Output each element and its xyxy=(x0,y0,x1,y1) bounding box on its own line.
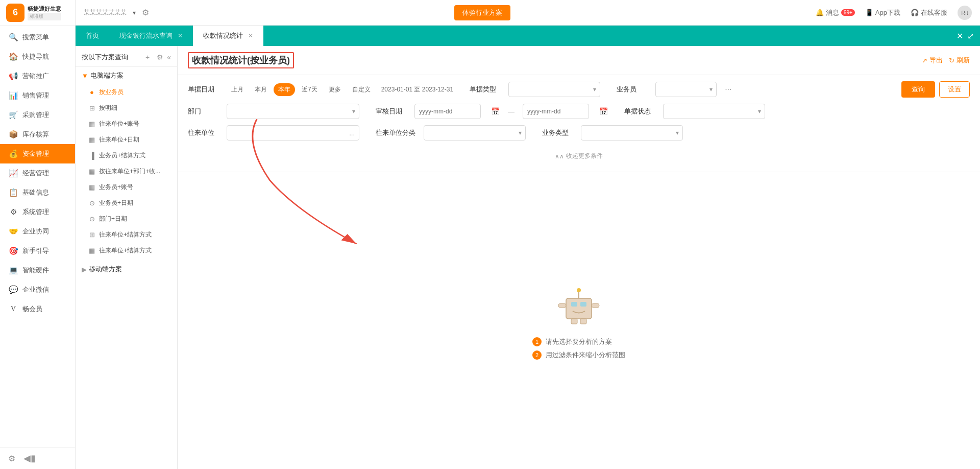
svg-rect-8 xyxy=(580,319,586,324)
sidebar-item-label: 经营管理 xyxy=(22,169,49,178)
sidebar-item-operation[interactable]: 📈 经营管理 xyxy=(0,163,75,183)
refresh-button[interactable]: ↻ 刷新 xyxy=(949,56,970,65)
menu-item-by-staff[interactable]: ● 按业务员 xyxy=(76,84,177,100)
by-staff-icon: ● xyxy=(88,88,96,96)
topbar-gear-icon[interactable]: ⚙ xyxy=(142,8,149,17)
sidebar-item-hardware[interactable]: 💻 智能硬件 xyxy=(0,261,75,280)
sidebar-item-inventory[interactable]: 📦 库存核算 xyxy=(0,125,75,144)
calendar-icon-1[interactable]: 📅 xyxy=(491,107,500,115)
menu-item-unit-settlement1[interactable]: ⊞ 往来单位+结算方式 xyxy=(76,227,177,243)
collapse-more-button[interactable]: ∧∧ 收起更多条件 xyxy=(188,147,970,166)
refresh-icon: ↻ xyxy=(949,57,954,64)
svg-rect-0 xyxy=(566,298,592,319)
review-date-from-input[interactable] xyxy=(414,104,481,119)
sidebar-item-label: 智能硬件 xyxy=(22,266,49,275)
online-support-label: 在线客服 xyxy=(921,8,947,17)
section-pc[interactable]: ▼ 电脑端方案 xyxy=(76,67,177,84)
topbar-left: 某某某某某某某 ▾ ⚙ xyxy=(84,8,149,17)
tab-bank[interactable]: 现金银行流水查询 ✕ xyxy=(109,26,193,46)
section-mobile-label: 移动端方案 xyxy=(89,265,122,274)
section-mobile[interactable]: ▶ 移动端方案 xyxy=(76,261,177,278)
mobile-section-arrow: ▶ xyxy=(82,266,87,273)
sidebar-item-guide[interactable]: 🎯 新手引导 xyxy=(0,241,75,261)
tab-bank-close[interactable]: ✕ xyxy=(178,32,183,39)
preset-this-year[interactable]: 本年 xyxy=(274,83,295,96)
tab-home[interactable]: 首页 xyxy=(76,26,109,46)
sidebar-item-search[interactable]: 🔍 搜索菜单 xyxy=(0,28,75,47)
sidebar-item-quick-nav[interactable]: 🏠 快捷导航 xyxy=(0,47,75,66)
user-avatar[interactable]: Rit xyxy=(958,6,972,20)
sidebar-item-sales[interactable]: 📊 销售管理 xyxy=(0,86,75,105)
grid-icon-2: ⊞ xyxy=(88,231,96,239)
sidebar-item-wechat[interactable]: 💬 企业微信 xyxy=(0,280,75,299)
online-support-item[interactable]: 🎧 在线客服 xyxy=(911,8,947,17)
staff-more-icon[interactable]: ··· xyxy=(725,85,731,94)
preset-custom[interactable]: 自定义 xyxy=(348,83,375,96)
svg-rect-2 xyxy=(580,302,586,307)
search-icon: 🔍 xyxy=(8,33,18,42)
sidebar-item-marketing[interactable]: 📢 营销推广 xyxy=(0,66,75,86)
footer-settings-icon[interactable]: ⚙ xyxy=(8,454,15,463)
voucher-status-select[interactable] xyxy=(663,104,765,119)
solution-button[interactable]: 体验行业方案 xyxy=(454,5,510,20)
sidebar-item-enterprise[interactable]: 🤝 企业协同 xyxy=(0,222,75,241)
dept-select[interactable] xyxy=(227,104,359,119)
table-icon-1: ▦ xyxy=(88,120,96,128)
page-title-bar: 收款情况统计(按业务员) ↗ 导出 ↻ 刷新 xyxy=(178,46,980,75)
menu-item-unit-settlement2[interactable]: ▦ 往来单位+结算方式 xyxy=(76,243,177,259)
maximize-icon[interactable]: ⤢ xyxy=(967,31,974,41)
sidebar-item-basic[interactable]: 📋 基础信息 xyxy=(0,183,75,202)
menu-item-unit-settlement2-label: 往来单位+结算方式 xyxy=(99,246,152,255)
sidebar-item-purchase[interactable]: 🛒 采购管理 xyxy=(0,105,75,125)
sidebar-item-finance[interactable]: 💰 资金管理 xyxy=(0,144,75,163)
sidebar-item-system[interactable]: ⚙ 系统管理 xyxy=(0,202,75,222)
menu-item-unit-settlement1-label: 往来单位+结算方式 xyxy=(99,230,152,239)
menu-item-by-detail[interactable]: ⊞ 按明细 xyxy=(76,100,177,116)
tab-collection[interactable]: 收款情况统计 ✕ xyxy=(193,26,263,46)
add-scheme-button[interactable]: + xyxy=(142,52,153,62)
counterpart-class-label: 往来单位分类 xyxy=(376,128,415,137)
preset-last-7[interactable]: 近7天 xyxy=(297,83,322,96)
topbar-right: 🔔 消息 99+ 📱 App下载 🎧 在线客服 Rit xyxy=(816,6,972,20)
close-window-icon[interactable]: ✕ xyxy=(957,31,963,41)
hardware-icon: 💻 xyxy=(8,266,18,275)
export-icon: ↗ xyxy=(922,57,927,64)
menu-item-unit-account-label: 往来单位+账号 xyxy=(99,120,139,128)
menu-item-unit-dept-collect[interactable]: ▦ 按往来单位+部门+收... xyxy=(76,163,177,179)
panel-collapse-button[interactable]: « xyxy=(167,53,171,61)
section-arrow-icon: ▼ xyxy=(82,72,88,80)
menu-item-dept-date[interactable]: ⊙ 部门+日期 xyxy=(76,211,177,227)
counterpart-dots[interactable]: ... xyxy=(349,129,355,137)
menu-item-staff-account[interactable]: ▦ 业务员+账号 xyxy=(76,179,177,195)
menu-item-unit-date[interactable]: ▦ 往来单位+日期 xyxy=(76,132,177,148)
step-1-text: 请先选择要分析的方案 xyxy=(546,337,612,346)
menu-item-staff-settlement[interactable]: ▐ 业务员+结算方式 xyxy=(76,148,177,163)
setting-button[interactable]: 设置 xyxy=(939,81,970,98)
staff-select[interactable] xyxy=(655,82,717,97)
calendar-icon-2[interactable]: 📅 xyxy=(599,107,608,115)
footer-collapse-icon[interactable]: ◀▮ xyxy=(23,453,36,464)
notifications-item[interactable]: 🔔 消息 99+ xyxy=(816,8,855,17)
menu-item-staff-date[interactable]: ⊙ 业务员+日期 xyxy=(76,195,177,211)
filter-section: 单据日期 上月 本月 本年 近7天 更多 自定义 2023-01-01 至 20… xyxy=(178,75,980,172)
preset-more[interactable]: 更多 xyxy=(324,83,346,96)
breadcrumb: 某某某某某某某 xyxy=(84,8,127,17)
preset-this-month[interactable]: 本月 xyxy=(250,83,272,96)
preset-last-month[interactable]: 上月 xyxy=(227,83,248,96)
tab-collection-close[interactable]: ✕ xyxy=(248,32,253,39)
review-date-to-input[interactable] xyxy=(523,104,589,119)
sidebar-item-member[interactable]: V 畅会员 xyxy=(0,299,75,319)
query-button[interactable]: 查询 xyxy=(901,81,935,98)
breadcrumb-dropdown[interactable]: ▾ xyxy=(133,9,136,16)
menu-item-unit-account[interactable]: ▦ 往来单位+账号 xyxy=(76,116,177,132)
business-type-select[interactable] xyxy=(581,125,683,140)
left-panel-header-icons: + ⚙ « xyxy=(142,52,171,62)
app-download-item[interactable]: 📱 App下载 xyxy=(865,8,900,17)
logo-icon: 6 xyxy=(6,4,24,22)
menu-item-dept-date-label: 部门+日期 xyxy=(99,215,127,223)
voucher-type-select[interactable] xyxy=(508,82,600,97)
scheme-gear-icon[interactable]: ⚙ xyxy=(155,52,165,62)
export-button[interactable]: ↗ 导出 xyxy=(922,56,943,65)
counterpart-class-select[interactable] xyxy=(424,125,526,140)
basic-icon: 📋 xyxy=(8,188,18,197)
